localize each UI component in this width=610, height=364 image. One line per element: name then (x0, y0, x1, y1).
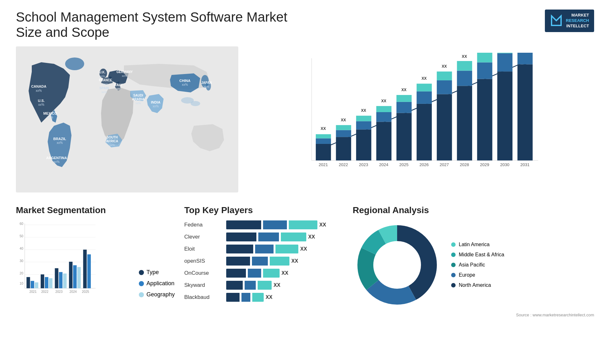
dot-north-america (451, 283, 456, 287)
svg-text:SOUTH: SOUTH (107, 136, 118, 139)
svg-text:2024: 2024 (70, 290, 77, 293)
svg-rect-62 (396, 95, 412, 102)
svg-rect-115 (41, 274, 44, 288)
player-value-clever: XX (308, 234, 315, 240)
svg-rect-48 (336, 137, 351, 160)
bar-mid (255, 245, 274, 253)
player-bars-eloit: XX (226, 245, 343, 253)
bar-light (252, 293, 264, 302)
svg-text:2023: 2023 (55, 290, 63, 293)
svg-rect-85 (518, 53, 533, 64)
legend-label-type: Type (146, 269, 159, 276)
svg-rect-119 (59, 272, 63, 288)
player-bars-skyward: XX (226, 281, 343, 290)
svg-rect-112 (26, 277, 30, 288)
svg-text:30: 30 (20, 259, 24, 263)
legend-label-application: Application (146, 280, 174, 287)
bar-dark (226, 245, 253, 253)
svg-text:2025: 2025 (399, 162, 409, 167)
page-title: School Management System Software Market… (16, 10, 302, 40)
svg-text:BRAZIL: BRAZIL (53, 137, 66, 141)
player-value-blackbaud: XX (266, 294, 272, 300)
svg-rect-74 (457, 61, 472, 71)
svg-text:xx%: xx% (153, 104, 159, 108)
svg-text:XX: XX (442, 64, 447, 69)
player-bars-opensis: XX (226, 257, 343, 266)
player-row-clever: Clever XX (184, 233, 343, 241)
bar-mid (248, 269, 261, 278)
svg-point-136 (376, 243, 419, 286)
bar-light (289, 220, 317, 229)
svg-text:2021: 2021 (319, 162, 328, 167)
player-name-blackbaud: Blackbaud (184, 294, 222, 300)
page-wrapper: School Management System Software Market… (0, 0, 610, 364)
svg-text:xx%: xx% (38, 103, 44, 106)
svg-rect-64 (417, 104, 432, 160)
seg-chart-svg: 60 50 40 30 20 10 (16, 220, 98, 303)
players-list: Fedena XX Clever XX (184, 220, 343, 302)
svg-text:xx%: xx% (204, 85, 209, 88)
svg-text:2023: 2023 (359, 162, 368, 167)
svg-point-7 (191, 101, 200, 106)
svg-text:SPAIN: SPAIN (99, 86, 109, 90)
svg-rect-125 (87, 254, 91, 288)
logo-text: MARKET RESEARCH INTELLECT (566, 13, 589, 29)
seg-chart-area: 60 50 40 30 20 10 (16, 220, 175, 304)
svg-text:xx%: xx% (57, 141, 63, 145)
svg-text:xx%: xx% (36, 89, 42, 92)
svg-text:FRANCE: FRANCE (99, 78, 112, 82)
svg-text:2027: 2027 (440, 162, 449, 167)
bar-dark (226, 257, 250, 266)
player-bars-fedena: XX (226, 220, 343, 229)
logo-area: MARKET RESEARCH INTELLECT (545, 10, 594, 32)
svg-rect-121 (69, 262, 72, 288)
header: School Management System Software Market… (16, 10, 594, 40)
svg-text:ITALY: ITALY (114, 83, 123, 87)
svg-rect-66 (417, 84, 432, 91)
bar-mid (241, 293, 250, 302)
top-section: CANADA xx% U.S. xx% MEXICO xx% BRAZIL xx… (16, 46, 594, 192)
legend-asia-pacific: Asia Pacific (451, 262, 504, 268)
player-name-fedena: Fedena (184, 222, 222, 228)
svg-point-2 (65, 57, 84, 70)
svg-rect-58 (376, 106, 391, 112)
svg-rect-124 (83, 250, 87, 288)
svg-text:XX: XX (401, 88, 406, 92)
bar-mid (245, 281, 256, 290)
player-name-clever: Clever (184, 234, 222, 240)
player-row-skyward: Skyward XX (184, 281, 343, 290)
regional-container: Regional Analysis (353, 205, 594, 317)
svg-text:U.K.: U.K. (99, 71, 105, 74)
svg-text:2026: 2026 (419, 162, 429, 167)
logo-box: MARKET RESEARCH INTELLECT (545, 10, 594, 32)
svg-text:xx%: xx% (103, 83, 108, 86)
svg-rect-60 (396, 113, 412, 161)
player-value-eloit: XX (300, 246, 307, 252)
dot-latin-america (451, 242, 456, 247)
svg-marker-0 (552, 16, 561, 25)
bar-dark (226, 281, 243, 290)
legend-dot-geography (139, 292, 144, 297)
source-text: Source : www.marketresearchintellect.com (353, 313, 594, 317)
svg-rect-56 (376, 122, 391, 160)
svg-text:GERMANY: GERMANY (116, 70, 132, 74)
legend-dot-application (139, 281, 144, 286)
bar-dark (226, 269, 246, 278)
player-row-oncourse: OnCourse XX (184, 269, 343, 278)
world-map-svg: CANADA xx% U.S. xx% MEXICO xx% BRAZIL xx… (16, 46, 238, 192)
bar-mid (263, 220, 287, 229)
bar-light (263, 269, 280, 278)
legend-label-geography: Geography (146, 291, 175, 298)
bar-mid (252, 257, 268, 266)
svg-text:XX: XX (341, 118, 346, 122)
segmentation-title: Market Segmentation (16, 205, 175, 215)
svg-text:xx%: xx% (54, 160, 60, 164)
svg-text:10: 10 (20, 282, 24, 285)
svg-rect-72 (457, 86, 472, 160)
legend-dot-type (139, 270, 144, 275)
bar-light (258, 281, 272, 290)
label-north-america: North America (459, 282, 491, 288)
svg-text:CHINA: CHINA (180, 79, 191, 83)
svg-text:xx%: xx% (182, 83, 188, 86)
bar-dark (226, 233, 256, 241)
